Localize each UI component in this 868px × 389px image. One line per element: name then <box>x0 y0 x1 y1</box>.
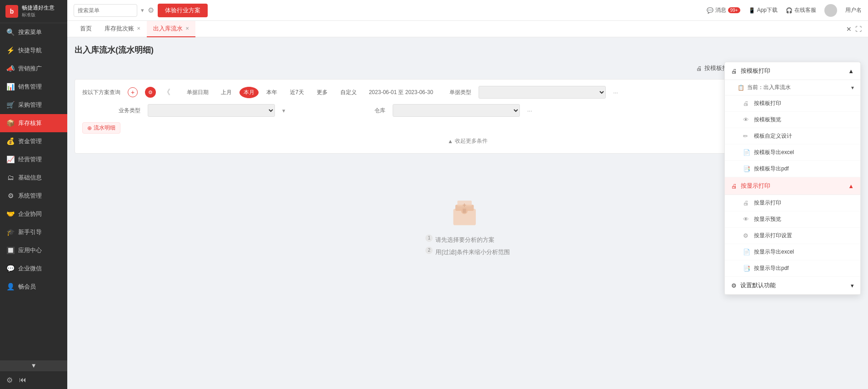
dropdown-item-excel-template[interactable]: 📄 按模板导出excel <box>725 145 860 161</box>
sidebar-item-搜索菜单[interactable]: 🔍搜索菜单 <box>0 23 67 41</box>
topbar-settings-icon[interactable]: ⚙ <box>148 6 154 15</box>
collapse-icon[interactable]: ⏮ <box>19 376 26 384</box>
messages-btn[interactable]: 💬 消息 99+ <box>707 6 740 14</box>
empty-tip-2: 用[过滤]条件来缩小分析范围 <box>435 247 509 257</box>
topbar-left: ▾ ⚙ 体验行业方案 <box>74 4 208 17</box>
dropdown-default-chevron: ▾ <box>851 282 854 289</box>
sidebar-icon-7: 📈 <box>6 155 15 164</box>
sidebar-item-经营管理[interactable]: 📈经营管理 <box>0 150 67 169</box>
sidebar-logo: b 畅捷通好生意 标准版 <box>0 0 67 23</box>
dropdown-current-chevron: ▾ <box>851 85 854 91</box>
sidebar-item-销售管理[interactable]: 📊销售管理 <box>0 78 67 96</box>
dropdown-default-func[interactable]: ⚙ 设置默认功能 ▾ <box>725 277 860 294</box>
date-tag-this-year[interactable]: 本年 <box>261 87 282 98</box>
item-pdf-display-label: 按显示导出pdf <box>754 264 789 272</box>
sidebar-label-2: 营销推广 <box>18 65 42 73</box>
tab-flow[interactable]: 出入库流水 ✕ <box>147 21 195 37</box>
settings-icon[interactable]: ⚙ <box>6 376 13 384</box>
sidebar-item-库存核算[interactable]: 📦库存核算 <box>0 114 67 132</box>
filter-settings-badge[interactable]: ⚙ <box>145 87 156 98</box>
tab-flow-close[interactable]: ✕ <box>185 26 189 31</box>
query-scheme-label: 按以下方案查询 <box>82 89 120 96</box>
sidebar-label-10: 企业协同 <box>18 210 42 218</box>
biz-type-select[interactable] <box>148 104 275 117</box>
dropdown-item-pdf-display[interactable]: 📑 按显示导出pdf <box>725 260 860 277</box>
date-tag-custom[interactable]: 自定义 <box>335 87 362 98</box>
online-service-btn[interactable]: 🎧 在线客服 <box>786 6 816 14</box>
dropdown-current-label: 当前：出入库流水 <box>747 84 791 91</box>
tab-flow-label: 出入库流水 <box>153 25 183 33</box>
message-icon: 💬 <box>707 7 713 14</box>
dropdown-item-print-display[interactable]: 🖨 按显示打印 <box>725 195 860 211</box>
tab-close-all-btn[interactable]: ✕ <box>846 25 852 33</box>
item-preview-display-label: 按显示预览 <box>754 215 781 223</box>
sidebar-item-企业协同[interactable]: 🤝企业协同 <box>0 205 67 223</box>
dropdown-display-label: 按显示打印 <box>741 182 770 190</box>
filter-expand-btn[interactable]: 《 <box>163 88 170 97</box>
sidebar-item-畅会员[interactable]: 👤畅会员 <box>0 278 67 296</box>
dropdown-display-header[interactable]: 🖨 按显示打印 ▲ <box>725 177 860 195</box>
sidebar-item-基础信息[interactable]: 🗂基础信息 <box>0 169 67 187</box>
dropdown-item-print-template[interactable]: 🖨 按模板打印 <box>725 95 860 112</box>
sidebar-label-1: 快捷导航 <box>18 46 42 55</box>
sidebar-item-营销推广[interactable]: 📣营销推广 <box>0 60 67 78</box>
date-tag-7days[interactable]: 近7天 <box>285 87 309 98</box>
sidebar-item-快捷导航[interactable]: ⚡快捷导航 <box>0 41 67 60</box>
doc-type-more-icon[interactable]: ··· <box>613 89 618 96</box>
sidebar-icon-8: 🗂 <box>6 174 15 181</box>
tab-maximize-btn[interactable]: ⛶ <box>855 25 862 33</box>
default-func-icon: ⚙ <box>731 282 737 289</box>
flow-detail-tag[interactable]: ⊕ 流水明细 <box>82 122 120 134</box>
item-excel-icon: 📄 <box>743 149 750 156</box>
search-input[interactable] <box>74 4 137 17</box>
sidebar-item-采购管理[interactable]: 🛒采购管理 <box>0 96 67 114</box>
sidebar-item-应用中心[interactable]: 🔲应用中心 <box>0 241 67 259</box>
tab-inventory-batch-close[interactable]: ✕ <box>137 26 140 31</box>
dropdown-collapse-icon: ▲ <box>848 68 854 75</box>
sidebar-label-5: 库存核算 <box>18 119 42 127</box>
sidebar-icon-12: 🔲 <box>6 246 15 254</box>
sidebar-scroll-down[interactable]: ▼ <box>0 360 67 371</box>
dropdown-item-settings-display[interactable]: ⚙ 按显示打印设置 <box>725 228 860 244</box>
industry-btn[interactable]: 体验行业方案 <box>158 4 208 17</box>
warehouse-select[interactable] <box>393 104 520 117</box>
date-tag-more[interactable]: 更多 <box>312 87 333 98</box>
date-tag-prev-month[interactable]: 上月 <box>216 87 237 98</box>
sidebar-item-系统管理[interactable]: ⚙系统管理 <box>0 187 67 205</box>
sidebar-icon-10: 🤝 <box>6 210 15 218</box>
empty-tip-1: 请先选择要分析的方案 <box>435 234 494 245</box>
date-tag-this-month[interactable]: 本月 <box>239 87 259 98</box>
biz-type-dropdown-icon[interactable]: ▾ <box>282 107 285 114</box>
sidebar-item-资金管理[interactable]: 💰资金管理 <box>0 132 67 150</box>
dropdown-current[interactable]: 📋 当前：出入库流水 ▾ <box>725 80 860 95</box>
dropdown-item-design-template[interactable]: ✏ 模板自定义设计 <box>725 128 860 145</box>
sidebar-icon-9: ⚙ <box>6 192 15 200</box>
app-download-btn[interactable]: 📱 App下载 <box>748 6 778 14</box>
doc-type-select[interactable] <box>479 86 606 99</box>
dropdown-item-preview-template[interactable]: 👁 按模板预览 <box>725 112 860 128</box>
sidebar-icon-2: 📣 <box>6 65 15 73</box>
sidebar-icon-0: 🔍 <box>6 28 15 36</box>
sidebar-label-14: 畅会员 <box>18 283 36 291</box>
item-print-display-icon: 🖨 <box>743 199 750 206</box>
dropdown-item-pdf-template[interactable]: 📑 按模板导出pdf <box>725 161 860 177</box>
filter-add-btn[interactable]: + <box>128 87 138 97</box>
dropdown-item-excel-display[interactable]: 📄 按显示导出excel <box>725 244 860 260</box>
messages-label: 消息 <box>715 6 726 14</box>
warehouse-more-icon[interactable]: ··· <box>527 107 532 114</box>
dropdown-item-preview-display[interactable]: 👁 按显示预览 <box>725 211 860 228</box>
date-tag-group: 上月 本月 本年 近7天 更多 自定义 <box>216 87 362 98</box>
online-service-label: 在线客服 <box>794 6 816 14</box>
tab-inventory-batch[interactable]: 库存批次账 ✕ <box>98 21 147 37</box>
tab-home[interactable]: 首页 <box>74 21 98 37</box>
item-excel-display-label: 按显示导出excel <box>754 248 794 256</box>
item-settings-display-label: 按显示打印设置 <box>754 232 792 239</box>
sidebar-label-3: 销售管理 <box>18 83 42 91</box>
sidebar-label-4: 采购管理 <box>18 101 42 109</box>
avatar[interactable] <box>824 4 837 17</box>
sidebar-item-企业微信[interactable]: 💬企业微信 <box>0 259 67 278</box>
dropdown-template-header[interactable]: 🖨 按模板打印 ▲ <box>725 62 860 80</box>
search-dropdown-icon[interactable]: ▾ <box>141 7 144 14</box>
user-name: 用户名 <box>845 6 862 14</box>
sidebar-item-新手引导[interactable]: 🎓新手引导 <box>0 223 67 241</box>
